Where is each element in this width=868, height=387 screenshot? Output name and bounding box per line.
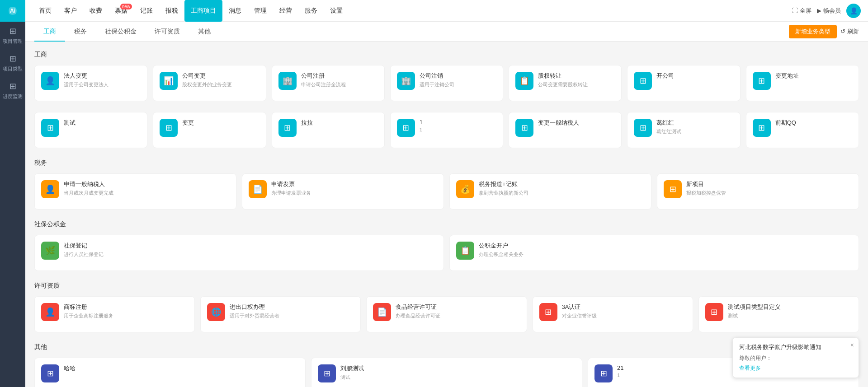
card-equity-transfer[interactable]: 📋 股权转让 公司变更需要股权转让: [509, 65, 622, 101]
card-company-register[interactable]: 🏢 公司注册 申请公司注册全流程: [272, 65, 385, 101]
sidebar-item-progress-monitor[interactable]: ⊞ 进度监测: [0, 77, 25, 104]
card-change2[interactable]: ⊞ 变更: [153, 112, 266, 148]
card-apply-invoice[interactable]: 📄 申请发票 办理申请发票业务: [242, 173, 444, 210]
card-title: 1: [420, 119, 496, 126]
nav-settings[interactable]: 设置: [324, 0, 349, 22]
card-title: 拉拉: [301, 119, 378, 127]
tab-industry[interactable]: 工商: [34, 22, 65, 42]
card-trademark[interactable]: 👤 商标注册 用于企业商标注册服务: [34, 296, 195, 332]
nav-message[interactable]: 消息: [222, 0, 248, 22]
notification-content: 尊敬的用户：: [739, 354, 852, 363]
card-title: 公积金开户: [479, 242, 852, 250]
section-title-industry: 工商: [34, 51, 859, 59]
card-icon-trademark: 👤: [41, 303, 59, 321]
card-title: 公司注销: [420, 72, 496, 80]
tab-other[interactable]: 其他: [189, 22, 220, 42]
card-title: 公司注册: [301, 72, 378, 80]
card-test-project-type[interactable]: ⊞ 测试项目类型目定义 测试: [698, 296, 859, 332]
card-title: 商标注册: [64, 303, 188, 311]
card-change-taxpayer[interactable]: ⊞ 变更一般纳税人: [509, 112, 622, 148]
nav-operation[interactable]: 经营: [273, 0, 298, 22]
notification-title: 河北税务数字账户升级影响通知: [739, 343, 852, 351]
card-title: 开公司: [656, 72, 733, 80]
refresh-icon: ↺: [840, 28, 845, 35]
avatar[interactable]: 👤: [846, 4, 861, 18]
card-title: 葛红红: [656, 119, 733, 127]
card-title: 前期QQ: [775, 119, 852, 127]
card-legal-change[interactable]: 👤 法人变更 适用于公司变更法人: [34, 65, 147, 101]
sidebar-logo[interactable]: Ai: [0, 0, 25, 22]
card-apply-taxpayer[interactable]: 👤 申请一般纳税人 当月或次月成变更完成: [34, 173, 236, 210]
notification-more-link[interactable]: 查看更多: [739, 364, 761, 372]
card-desc: 测试: [728, 312, 852, 319]
card-title: 申请发票: [271, 180, 437, 188]
card-icon-twenty-one: ⊞: [594, 364, 613, 382]
card-change-address[interactable]: ⊞ 变更地址: [746, 65, 859, 101]
card-icon-test: ⊞: [41, 119, 59, 137]
fullscreen-btn[interactable]: ⛶ 全屏: [792, 7, 811, 15]
card-desc: 办理食品经营许可证: [396, 312, 520, 319]
progress-monitor-icon: ⊞: [9, 81, 16, 91]
card-icon-new-project: ⊞: [664, 180, 682, 198]
card-new-project[interactable]: ⊞ 新项目 报税加税控盘保管: [657, 173, 859, 210]
card-desc: 适用于注销公司: [420, 81, 496, 88]
nav-billing[interactable]: 收费: [83, 0, 108, 22]
refresh-button[interactable]: ↺ 刷新: [840, 28, 859, 36]
notification-close-button[interactable]: ×: [850, 341, 854, 349]
card-pre-qq[interactable]: ⊞ 前期QQ: [746, 112, 859, 148]
nav-home[interactable]: 首页: [33, 0, 58, 22]
card-3a-cert[interactable]: ⊞ 3A认证 对企业信誉评级: [533, 296, 693, 332]
sidebar: Ai ⊞ 项目管理 ⊞ 项目类型 ⊞ 进度监测: [0, 0, 25, 387]
nav-bookkeeping[interactable]: 记账: [134, 0, 159, 22]
card-fund-account[interactable]: 📋 公积金开户 办理公积金相关业务: [449, 235, 859, 271]
nav-tax[interactable]: 报税: [159, 0, 184, 22]
card-title: 公司变更: [182, 72, 259, 80]
card-title: 社保登记: [64, 242, 437, 250]
card-food-license[interactable]: 📄 食品经营许可证 办理食品经营许可证: [366, 296, 527, 332]
card-import-export[interactable]: 🌐 进出口权办理 适用于对外贸易经营者: [200, 296, 361, 332]
card-desc: 葛红红测试: [656, 128, 733, 135]
tab-tax[interactable]: 税务: [65, 22, 96, 42]
sidebar-item-project-mgmt[interactable]: ⊞ 项目管理: [0, 22, 25, 49]
member-btn[interactable]: ▶ 畅会员: [817, 7, 841, 15]
card-title: 哈哈: [64, 364, 299, 373]
svg-text:Ai: Ai: [10, 8, 15, 14]
nav-client[interactable]: 客户: [58, 0, 83, 22]
top-nav: 首页 客户 收费 票据 new 记账 报税 工商项目 消息 管理 经营 服务 设…: [25, 0, 868, 22]
card-tax-report[interactable]: 💰 税务报道+记账 拿到营业执照的新公司: [449, 173, 651, 210]
sidebar-item-label: 进度监测: [3, 93, 23, 100]
card-one[interactable]: ⊞ 1 1: [390, 112, 503, 148]
card-open-company[interactable]: ⊞ 开公司: [627, 65, 740, 101]
card-title: 新项目: [686, 180, 852, 188]
card-title: 刘鹏测试: [340, 364, 576, 373]
card-haha[interactable]: ⊞ 哈哈: [34, 358, 306, 387]
nav-service[interactable]: 服务: [298, 0, 324, 22]
nav-industry[interactable]: 工商项目: [184, 0, 222, 22]
card-title: 变更地址: [775, 72, 852, 80]
card-icon-tax-report: 💰: [456, 180, 474, 198]
card-icon-change2: ⊞: [160, 119, 178, 137]
card-lala[interactable]: ⊞ 拉拉: [272, 112, 385, 148]
tax-cards: 👤 申请一般纳税人 当月或次月成变更完成 📄 申请发票 办理申请发票业务 💰 税…: [34, 173, 859, 210]
card-desc: 适用于对外贸易经营者: [230, 312, 354, 319]
card-desc: 办理公积金相关业务: [479, 251, 852, 258]
card-company-change[interactable]: 📊 公司变更 股权变更外的业务变更: [153, 65, 266, 101]
card-liupeng-test[interactable]: ⊞ 刘鹏测试 测试: [311, 358, 582, 387]
tab-social[interactable]: 社保公积金: [96, 22, 146, 42]
nav-invoice[interactable]: 票据 new: [108, 0, 134, 22]
nav-manage[interactable]: 管理: [248, 0, 273, 22]
tab-actions: 新增业务类型 ↺ 刷新: [789, 25, 859, 38]
tab-license[interactable]: 许可资质: [146, 22, 189, 42]
card-icon-apply-invoice: 📄: [249, 180, 267, 198]
card-desc: 办理申请发票业务: [271, 190, 437, 196]
card-test[interactable]: ⊞ 测试: [34, 112, 147, 148]
content-area: 工商 👤 法人变更 适用于公司变更法人 📊 公司变更 股权变更外的业务变更 🏢: [25, 42, 868, 387]
card-company-cancel[interactable]: 🏢 公司注销 适用于注销公司: [390, 65, 503, 101]
card-icon-pre-qq: ⊞: [753, 119, 771, 137]
card-desc: 测试: [340, 374, 576, 381]
card-social-register[interactable]: 🌿 社保登记 进行人员社保登记: [34, 235, 444, 271]
sidebar-item-project-type[interactable]: ⊞ 项目类型: [0, 49, 25, 77]
new-type-button[interactable]: 新增业务类型: [789, 25, 837, 38]
card-gehonghong[interactable]: ⊞ 葛红红 葛红红测试: [627, 112, 740, 148]
section-title-license: 许可资质: [34, 282, 859, 290]
